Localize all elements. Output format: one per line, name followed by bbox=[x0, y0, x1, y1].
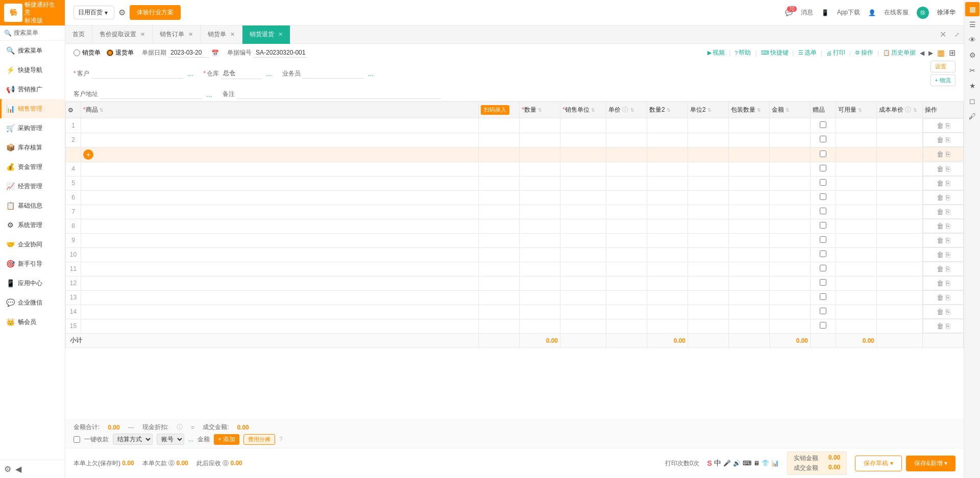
cell-pack-11[interactable] bbox=[729, 262, 770, 276]
cell-qty-7[interactable] bbox=[520, 205, 560, 219]
cell-cost-7[interactable] bbox=[877, 205, 923, 219]
cell-price-2[interactable] bbox=[606, 133, 647, 147]
cell-pack-3[interactable] bbox=[729, 147, 770, 162]
cell-cost-8[interactable] bbox=[877, 219, 923, 233]
cell-gift-14[interactable] bbox=[811, 305, 836, 319]
sidebar-item-purchase[interactable]: 🛒采购管理 bbox=[0, 118, 65, 138]
cell-price-10[interactable] bbox=[606, 247, 647, 262]
delete-row-11[interactable]: 🗑 bbox=[937, 265, 944, 273]
cell-unit-13[interactable] bbox=[560, 290, 606, 305]
customer-select-btn[interactable]: ... bbox=[185, 69, 195, 78]
copy-row-3[interactable]: ⎘ bbox=[946, 150, 950, 158]
cell-unit2-9[interactable] bbox=[688, 233, 729, 247]
cell-product-14[interactable] bbox=[81, 305, 479, 319]
sidebar-item-guide[interactable]: 🎯新手引导 bbox=[0, 254, 65, 273]
cell-unit2-10[interactable] bbox=[688, 247, 729, 262]
delete-row-12[interactable]: 🗑 bbox=[937, 279, 944, 287]
cell-unit-6[interactable] bbox=[560, 190, 606, 205]
toolbar-shortcut[interactable]: ⌨ 快捷键 bbox=[761, 48, 789, 57]
cell-unit-2[interactable] bbox=[560, 133, 606, 147]
cell-price-4[interactable] bbox=[606, 162, 647, 176]
cell-unit2-3[interactable] bbox=[688, 147, 729, 162]
radio-return[interactable]: 退货单 bbox=[107, 48, 134, 57]
cell-product-1[interactable] bbox=[81, 118, 479, 133]
account-dots[interactable]: ... bbox=[188, 436, 193, 443]
cell-unit2-6[interactable] bbox=[688, 190, 729, 205]
cell-qty-14[interactable] bbox=[520, 305, 560, 319]
cell-gift-9[interactable] bbox=[811, 233, 836, 247]
cell-cost-5[interactable] bbox=[877, 176, 923, 190]
settings-icon[interactable]: ⚙ bbox=[4, 464, 11, 474]
cell-qty-8[interactable] bbox=[520, 219, 560, 233]
delete-row-2[interactable]: 🗑 bbox=[937, 136, 944, 144]
cell-gift-10[interactable] bbox=[811, 247, 836, 262]
right-sidebar-r4[interactable]: ★ bbox=[965, 79, 979, 93]
delete-row-8[interactable]: 🗑 bbox=[937, 222, 944, 230]
tab-close-sales-delivery[interactable]: ✕ bbox=[230, 31, 235, 38]
sidebar-item-system[interactable]: ⚙系统管理 bbox=[0, 215, 65, 235]
tab-sales-order[interactable]: 销售订单✕ bbox=[153, 26, 201, 44]
cell-qty2-1[interactable] bbox=[647, 118, 688, 133]
cell-qty2-14[interactable] bbox=[647, 305, 688, 319]
tab-close-sale-price[interactable]: ✕ bbox=[140, 31, 145, 38]
cell-avail-12[interactable] bbox=[836, 276, 877, 290]
cell-qty-3[interactable] bbox=[520, 147, 560, 162]
right-sidebar-r5[interactable]: ◻ bbox=[965, 94, 979, 108]
cell-qty-4[interactable] bbox=[520, 162, 560, 176]
cell-amount-6[interactable] bbox=[770, 190, 811, 205]
cell-avail-9[interactable] bbox=[836, 233, 877, 247]
cell-price-14[interactable] bbox=[606, 305, 647, 319]
cell-gift-13[interactable] bbox=[811, 290, 836, 305]
cell-amount-12[interactable] bbox=[770, 276, 811, 290]
toolbar-help[interactable]: ? 帮助 bbox=[734, 48, 751, 57]
cell-gift-8[interactable] bbox=[811, 219, 836, 233]
calendar-icon[interactable]: 📅 bbox=[211, 49, 219, 57]
cell-unit2-8[interactable] bbox=[688, 219, 729, 233]
cell-pack-15[interactable] bbox=[729, 319, 770, 334]
cell-price-3[interactable] bbox=[606, 147, 647, 162]
cell-product-3[interactable]: + bbox=[81, 147, 479, 162]
tab-close-sales-return[interactable]: ✕ bbox=[278, 31, 283, 38]
tab-sale-price[interactable]: 售价提取设置✕ bbox=[92, 26, 153, 44]
copy-row-5[interactable]: ⎘ bbox=[946, 179, 950, 187]
cell-avail-4[interactable] bbox=[836, 162, 877, 176]
cell-avail-2[interactable] bbox=[836, 133, 877, 147]
delete-row-4[interactable]: 🗑 bbox=[937, 165, 944, 173]
cell-avail-10[interactable] bbox=[836, 247, 877, 262]
remark-input[interactable] bbox=[237, 89, 441, 99]
copy-row-15[interactable]: ⎘ bbox=[946, 322, 950, 330]
cell-price-9[interactable] bbox=[606, 233, 647, 247]
settings-button[interactable]: 设置 bbox=[930, 61, 955, 72]
cell-qty-5[interactable] bbox=[520, 176, 560, 190]
warehouse-select-btn[interactable]: ... bbox=[264, 69, 274, 78]
cell-unit2-11[interactable] bbox=[688, 262, 729, 276]
cell-product-13[interactable] bbox=[81, 290, 479, 305]
right-sidebar-r3[interactable]: ✂ bbox=[965, 63, 979, 78]
cell-avail-13[interactable] bbox=[836, 290, 877, 305]
cell-cost-2[interactable] bbox=[877, 133, 923, 147]
cell-gift-15[interactable] bbox=[811, 319, 836, 334]
cell-unit2-1[interactable] bbox=[688, 118, 729, 133]
tab-sales-delivery[interactable]: 销货单✕ bbox=[201, 26, 242, 44]
cell-unit2-14[interactable] bbox=[688, 305, 729, 319]
cell-qty2-5[interactable] bbox=[647, 176, 688, 190]
cell-pack-9[interactable] bbox=[729, 233, 770, 247]
salesperson-input[interactable] bbox=[303, 69, 364, 79]
salesperson-select-btn[interactable]: ... bbox=[366, 69, 376, 78]
cell-gift-7[interactable] bbox=[811, 205, 836, 219]
cell-cost-1[interactable] bbox=[877, 118, 923, 133]
copy-row-12[interactable]: ⎘ bbox=[946, 279, 950, 287]
cell-price-12[interactable] bbox=[606, 276, 647, 290]
cell-pack-2[interactable] bbox=[729, 133, 770, 147]
cell-price-8[interactable] bbox=[606, 219, 647, 233]
list-view-icon[interactable]: ⊞ bbox=[949, 48, 955, 58]
cell-qty-13[interactable] bbox=[520, 290, 560, 305]
cell-unit-3[interactable] bbox=[560, 147, 606, 162]
next-record[interactable]: ▶ bbox=[928, 49, 933, 57]
sidebar-item-enterprise[interactable]: 🤝企业协同 bbox=[0, 235, 65, 254]
cell-gift-6[interactable] bbox=[811, 190, 836, 205]
cell-cost-10[interactable] bbox=[877, 247, 923, 262]
copy-row-10[interactable]: ⎘ bbox=[946, 250, 950, 259]
sidebar-item-marketing[interactable]: 📢营销推广 bbox=[0, 80, 65, 99]
cell-unit-10[interactable] bbox=[560, 247, 606, 262]
